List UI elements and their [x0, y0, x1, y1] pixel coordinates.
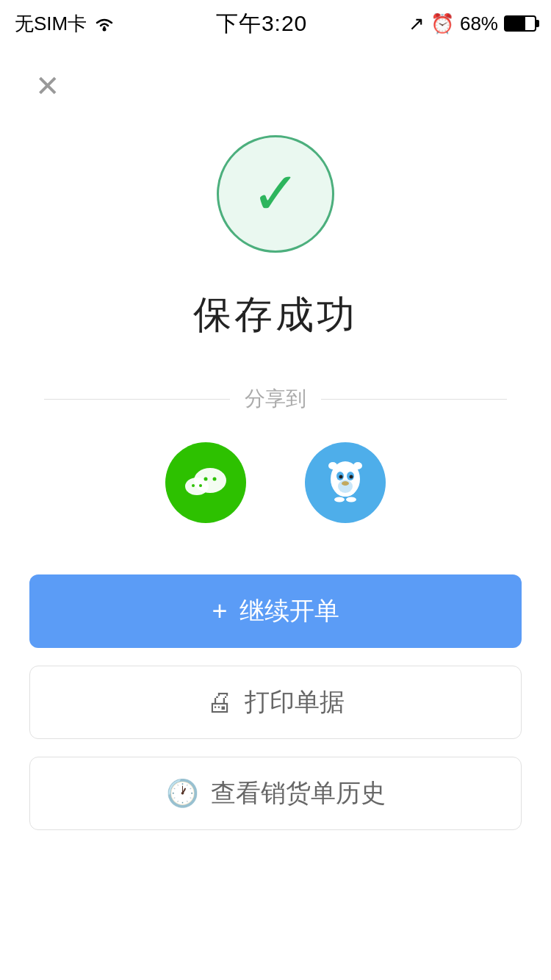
- print-label: 打印单据: [245, 685, 345, 719]
- wifi-icon: [94, 15, 115, 32]
- history-button[interactable]: 🕐 查看销货单历史: [29, 757, 522, 830]
- svg-point-14: [334, 497, 345, 502]
- carrier-text: 无SIM卡: [15, 11, 87, 37]
- status-time: 下午3:20: [216, 9, 307, 39]
- close-button[interactable]: ✕: [29, 68, 66, 104]
- divider-right: [321, 399, 507, 400]
- continue-button[interactable]: + 继续开单: [29, 574, 522, 648]
- share-divider-row: 分享到: [0, 385, 551, 413]
- print-icon: 🖨: [206, 689, 233, 716]
- print-button[interactable]: 🖨 打印单据: [29, 666, 522, 739]
- success-title: 保存成功: [193, 289, 358, 341]
- share-area: 分享到: [0, 385, 551, 567]
- continue-label: 继续开单: [240, 594, 339, 628]
- status-bar: 无SIM卡 下午3:20 ↗ ⏰ 68%: [0, 0, 551, 47]
- success-circle: ✓: [217, 135, 334, 253]
- svg-point-17: [353, 462, 362, 469]
- history-label: 查看销货单历史: [211, 777, 386, 810]
- plus-icon: +: [212, 598, 227, 624]
- share-icons-row: [165, 442, 386, 523]
- svg-point-18: [338, 480, 353, 493]
- history-icon: 🕐: [166, 780, 199, 807]
- svg-point-4: [213, 478, 217, 481]
- svg-point-5: [192, 484, 195, 487]
- battery-icon: [504, 15, 536, 32]
- wechat-icon: [182, 463, 229, 502]
- qq-share-button[interactable]: [305, 442, 386, 523]
- status-right: ↗ ⏰ 68%: [408, 12, 536, 35]
- svg-point-0: [103, 28, 107, 32]
- status-left: 无SIM卡: [15, 11, 115, 37]
- actions-area: + 继续开单 🖨 打印单据 🕐 查看销货单历史: [0, 574, 551, 830]
- share-label: 分享到: [230, 385, 321, 413]
- svg-point-12: [350, 475, 353, 479]
- close-icon: ✕: [35, 71, 60, 101]
- battery-percent: 68%: [460, 12, 498, 35]
- main-content: ✕ ✓ 保存成功 分享到: [0, 47, 551, 980]
- location-icon: ↗: [408, 12, 425, 35]
- success-area: ✓ 保存成功: [193, 135, 358, 341]
- wechat-share-button[interactable]: [165, 442, 246, 523]
- qq-icon: [322, 457, 369, 508]
- svg-point-15: [346, 497, 356, 502]
- checkmark-icon: ✓: [251, 165, 300, 223]
- divider-left: [44, 399, 230, 400]
- svg-point-6: [199, 484, 202, 487]
- svg-point-11: [339, 475, 343, 479]
- alarm-icon: ⏰: [431, 12, 454, 35]
- svg-point-16: [328, 462, 337, 469]
- svg-point-3: [204, 478, 208, 481]
